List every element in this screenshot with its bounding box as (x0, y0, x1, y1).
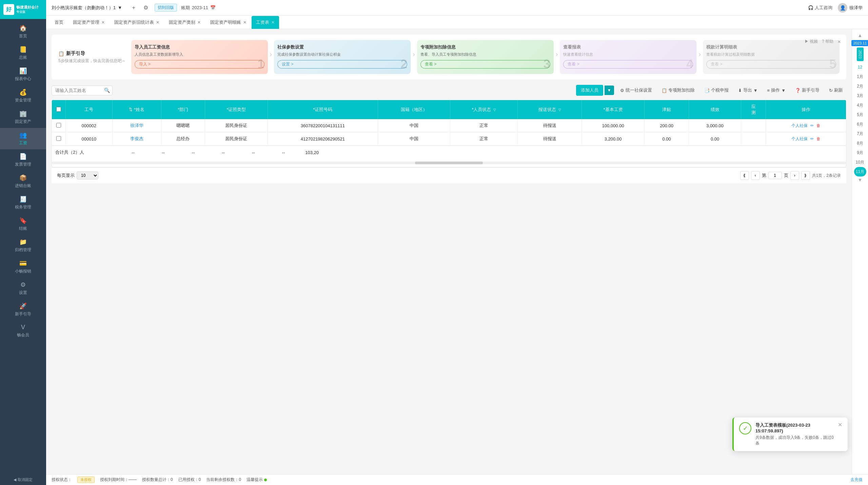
step-btn-5[interactable]: 查看 > (706, 60, 836, 69)
action-social-1[interactable]: 个人社保 (791, 136, 808, 141)
sidebar-item-reports[interactable]: 📊 报表中心 (0, 64, 46, 85)
tab-close-fixed-detail[interactable]: ✕ (243, 20, 246, 25)
prev-page-btn[interactable]: ‹ (751, 171, 760, 180)
recharge-link[interactable]: 去充值 (850, 477, 863, 483)
tab-fixed-detail[interactable]: 固定资产明细账✕ (206, 16, 251, 29)
special-deduction-btn[interactable]: 📋 专项附加扣除 (658, 85, 698, 95)
step-btn-4[interactable]: 查看 > (563, 60, 693, 69)
add-account-btn[interactable]: + (129, 3, 138, 13)
action-delete-1[interactable]: 🗑 (816, 136, 821, 141)
col-status[interactable]: *人员状态 ▽ (450, 100, 518, 119)
sidebar-item-fixed-assets[interactable]: 🏢 固定资产 (0, 107, 46, 128)
month-11月[interactable]: 11月 (854, 167, 866, 176)
sidebar-item-payroll[interactable]: 👥 工资 (0, 128, 46, 149)
last-page-btn[interactable]: ⟫ (801, 171, 810, 180)
period-value[interactable]: 2023-11 (192, 5, 208, 10)
social-insurance-btn[interactable]: ⚙ 统一社保设置 (617, 85, 655, 95)
sidebar-item-member[interactable]: V 畅会员 (0, 320, 46, 341)
sidebar-item-inventory[interactable]: 📦 进销台账 (0, 171, 46, 192)
action-edit-1[interactable]: ✏ (810, 136, 814, 141)
month-10月[interactable]: 10月 (854, 157, 866, 167)
cell-id-type-0: 居民身份证 (205, 119, 268, 132)
refresh-btn[interactable]: ↻ 刷新 (826, 85, 846, 95)
row-select-1[interactable] (56, 136, 61, 141)
step-btn-2[interactable]: 设置 > (277, 60, 407, 69)
settlement-icon: 🔖 (19, 217, 27, 224)
sidebar-item-guide[interactable]: 🚀 新手引导 (0, 299, 46, 320)
video-link[interactable]: ▶ 视频 (805, 39, 818, 44)
account-selector[interactable]: 刘小艳演示账套（勿删勿动！）1 ▼ (52, 5, 122, 11)
tab-close-fixed-category[interactable]: ✕ (197, 20, 201, 25)
month-5月[interactable]: 5月 (854, 110, 866, 119)
col-id-type: *证照类型 (205, 100, 268, 119)
select-all-checkbox[interactable] (56, 107, 61, 112)
cell-report-status-1: 待报送 (518, 132, 582, 146)
export-btn[interactable]: ⬇ 导出 ▼ (735, 85, 761, 95)
sidebar-item-tax[interactable]: 🧾 税务管理 (0, 192, 46, 213)
tab-close-payroll[interactable]: ✕ (271, 20, 275, 25)
panel-scroll-down[interactable]: ▼ (854, 176, 866, 183)
tab-home[interactable]: 首页 (50, 16, 68, 29)
step-btn-1[interactable]: 导入 > (135, 60, 264, 69)
sidebar-item-archives[interactable]: 📁 归档管理 (0, 235, 46, 256)
name-link-0[interactable]: 徐泽华 (130, 123, 143, 128)
tab-close-fixed-assets[interactable]: ✕ (101, 20, 105, 25)
tab-fixed-depreciation[interactable]: 固定资产折旧统计表✕ (110, 16, 164, 29)
tab-payroll[interactable]: 工资表✕ (252, 16, 279, 29)
sidebar-item-expense[interactable]: 💳 小畅报销 (0, 256, 46, 278)
onboarding-close-btn[interactable]: ✕ (837, 39, 841, 44)
name-link-1[interactable]: 李俊杰 (130, 136, 143, 141)
toast-close-btn[interactable]: ✕ (838, 422, 842, 428)
month-2月[interactable]: 2月 (854, 81, 866, 91)
sidebar-item-settings[interactable]: ⚙ 设置 (0, 278, 46, 299)
month-3月[interactable]: 3月 (854, 91, 866, 100)
toast-success-icon: ✓ (739, 422, 751, 434)
month-4月[interactable]: 4月 (854, 100, 866, 110)
page-input[interactable] (768, 172, 782, 179)
sidebar-item-invoicing[interactable]: 📄 发票管理 (0, 149, 46, 171)
user-info[interactable]: 👤 徐泽华 (838, 3, 863, 13)
cell-name-0: 徐泽华 (113, 119, 161, 132)
add-person-dropdown-btn[interactable]: ▼ (605, 86, 614, 95)
month-7月[interactable]: 7月 (854, 129, 866, 138)
month-1月[interactable]: 1月 (854, 72, 866, 81)
per-page-select[interactable]: 10 20 50 (77, 171, 98, 180)
sidebar-item-funds[interactable]: 💰 资金管理 (0, 85, 46, 107)
sidebar-item-general-ledger[interactable]: 📒 总账 (0, 42, 46, 64)
panel-year-badge[interactable]: 2023.11 (851, 40, 868, 46)
month-8月[interactable]: 8月 (854, 138, 866, 148)
step-desc-4: 快速查看统计信息 (563, 52, 693, 57)
help-link[interactable]: ? 帮助 (822, 39, 833, 44)
tab-fixed-assets[interactable]: 固定资产管理✕ (68, 16, 109, 29)
step-btn-3[interactable]: 查看 > (420, 60, 550, 69)
sidebar-item-settlement[interactable]: 🔖 结账 (0, 213, 46, 235)
operations-btn[interactable]: ≡ 操作 ▼ (764, 85, 789, 95)
month-9月[interactable]: 9月 (854, 148, 866, 157)
sidebar-item-home[interactable]: 🏠 首页 (0, 21, 46, 42)
panel-year-label[interactable]: 2023 (857, 48, 864, 61)
month-6月[interactable]: 6月 (854, 119, 866, 129)
guide-btn[interactable]: ❓ 新手引导 (792, 85, 823, 95)
col-report-status[interactable]: 报送状态 ▽ (518, 100, 582, 119)
month-12[interactable]: 12 (854, 62, 866, 72)
cancel-fixed-btn[interactable]: ◀ 取消固定 (0, 474, 46, 485)
add-person-btn[interactable]: 添加人员 (576, 85, 603, 96)
first-page-btn[interactable]: ⟪ (740, 171, 749, 180)
row-select-0[interactable] (56, 123, 61, 128)
version-switch-btn[interactable]: 切到旧版 (155, 4, 177, 12)
panel-scroll-up[interactable]: ▲ (854, 32, 866, 39)
action-social-0[interactable]: 个人社保 (791, 123, 808, 128)
action-delete-0[interactable]: 🗑 (816, 123, 821, 128)
search-input[interactable] (52, 86, 113, 95)
search-icon[interactable]: 🔍 (104, 88, 110, 93)
next-page-btn[interactable]: › (790, 171, 799, 180)
service-btn[interactable]: 🎧 人工咨询 (808, 5, 832, 11)
tax-return-btn[interactable]: 📑 个税申报 (701, 85, 732, 95)
tab-close-fixed-depreciation[interactable]: ✕ (156, 20, 159, 25)
action-edit-0[interactable]: ✏ (810, 123, 814, 128)
horizontal-scrollbar[interactable] (52, 162, 846, 164)
settings-btn[interactable]: ⚙ (141, 3, 151, 13)
tab-fixed-category[interactable]: 固定资产类别✕ (164, 16, 205, 29)
calendar-icon[interactable]: 📅 (210, 5, 216, 10)
col-name[interactable]: ⇅ *姓名 (113, 100, 161, 119)
